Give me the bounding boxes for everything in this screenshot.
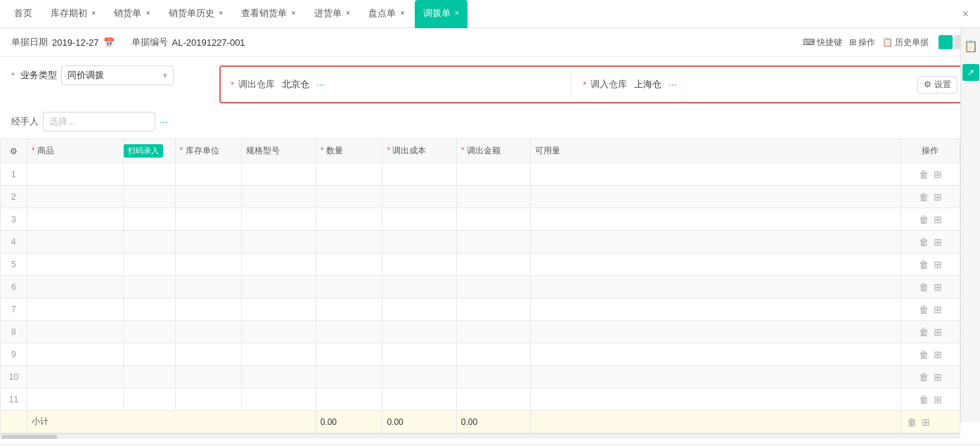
- spec-cell-2[interactable]: [242, 186, 316, 208]
- amount-cell-9[interactable]: [456, 343, 530, 366]
- qty-cell-11[interactable]: [316, 388, 382, 411]
- spec-cell-8[interactable]: [242, 321, 316, 343]
- unit-cell-6[interactable]: [175, 276, 242, 298]
- delete-icon-8[interactable]: 🗑: [919, 326, 929, 338]
- cost-cell-9[interactable]: [382, 343, 456, 366]
- product-cell-5[interactable]: [27, 253, 123, 276]
- spec-cell-3[interactable]: [242, 208, 316, 231]
- product-cell-6[interactable]: [27, 276, 123, 298]
- delete-icon-6[interactable]: 🗑: [919, 281, 929, 293]
- delete-icon-2[interactable]: 🗑: [919, 191, 929, 203]
- product-cell-11[interactable]: [27, 388, 123, 411]
- cost-cell-7[interactable]: [382, 298, 456, 321]
- subtotal-copy-icon[interactable]: ⊞: [922, 416, 930, 428]
- qty-cell-10[interactable]: [316, 366, 382, 388]
- copy-icon-1[interactable]: ⊞: [934, 169, 942, 180]
- unit-cell-10[interactable]: [175, 366, 242, 388]
- close-view-sales[interactable]: ×: [291, 9, 295, 17]
- spec-cell-5[interactable]: [242, 253, 316, 276]
- copy-icon-8[interactable]: ⊞: [934, 326, 942, 338]
- spec-cell-11[interactable]: [242, 388, 316, 411]
- copy-icon-2[interactable]: ⊞: [934, 191, 942, 203]
- history-button[interactable]: 📋 历史单据: [882, 37, 929, 49]
- amount-cell-10[interactable]: [456, 366, 530, 388]
- copy-icon-4[interactable]: ⊞: [934, 236, 942, 248]
- tab-inventory-init[interactable]: 库存期初 ×: [42, 0, 104, 28]
- close-inventory-init[interactable]: ×: [91, 9, 96, 17]
- delete-icon-9[interactable]: 🗑: [919, 349, 929, 360]
- spec-cell-1[interactable]: [242, 163, 316, 186]
- spec-cell-4[interactable]: [242, 231, 316, 253]
- cost-cell-5[interactable]: [382, 253, 456, 276]
- unit-cell-1[interactable]: [175, 163, 242, 186]
- close-sales-order[interactable]: ×: [146, 9, 150, 17]
- delete-icon-1[interactable]: 🗑: [919, 169, 929, 180]
- unit-cell-8[interactable]: [175, 321, 242, 343]
- qty-cell-8[interactable]: [316, 321, 382, 343]
- qty-cell-1[interactable]: [316, 163, 382, 186]
- unit-cell-7[interactable]: [175, 298, 242, 321]
- transfer-in-more-button[interactable]: ···: [669, 79, 677, 90]
- product-cell-9[interactable]: [27, 343, 123, 366]
- tab-sales-order[interactable]: 销货单 ×: [105, 0, 158, 28]
- product-cell-4[interactable]: [27, 231, 123, 253]
- calendar-icon[interactable]: 📅: [103, 37, 115, 48]
- unit-cell-11[interactable]: [175, 388, 242, 411]
- close-stock-check[interactable]: ×: [400, 9, 404, 17]
- cost-cell-4[interactable]: [382, 231, 456, 253]
- spec-cell-10[interactable]: [242, 366, 316, 388]
- amount-cell-7[interactable]: [456, 298, 530, 321]
- close-purchase-order[interactable]: ×: [346, 9, 350, 17]
- business-type-select[interactable]: 同价调拨 ▾: [61, 65, 174, 85]
- delete-icon-11[interactable]: 🗑: [919, 394, 929, 405]
- cost-cell-3[interactable]: [382, 208, 456, 231]
- settings-button[interactable]: ⚙ 设置: [917, 76, 958, 94]
- unit-cell-9[interactable]: [175, 343, 242, 366]
- qty-cell-5[interactable]: [316, 253, 382, 276]
- unit-cell-3[interactable]: [175, 208, 242, 231]
- cost-cell-11[interactable]: [382, 388, 456, 411]
- scan-barcode-button[interactable]: 扫码录入: [124, 144, 163, 158]
- amount-cell-2[interactable]: [456, 186, 530, 208]
- cost-cell-1[interactable]: [382, 163, 456, 186]
- cost-cell-10[interactable]: [382, 366, 456, 388]
- tab-stock-check[interactable]: 盘点单 ×: [360, 0, 413, 28]
- operator-select[interactable]: 选择...: [43, 112, 155, 132]
- tab-view-sales[interactable]: 查看销货单 ×: [233, 0, 304, 28]
- tab-home[interactable]: 首页: [6, 0, 41, 28]
- cost-cell-6[interactable]: [382, 276, 456, 298]
- view-toggle-list[interactable]: [939, 35, 953, 49]
- product-cell-1[interactable]: [27, 163, 123, 186]
- spec-cell-7[interactable]: [242, 298, 316, 321]
- amount-cell-6[interactable]: [456, 276, 530, 298]
- cost-cell-2[interactable]: [382, 186, 456, 208]
- qty-cell-3[interactable]: [316, 208, 382, 231]
- unit-cell-2[interactable]: [175, 186, 242, 208]
- copy-icon-7[interactable]: ⊞: [934, 304, 942, 315]
- delete-icon-10[interactable]: 🗑: [919, 371, 929, 383]
- product-cell-7[interactable]: [27, 298, 123, 321]
- product-cell-3[interactable]: [27, 208, 123, 231]
- spec-cell-6[interactable]: [242, 276, 316, 298]
- qty-cell-7[interactable]: [316, 298, 382, 321]
- product-cell-10[interactable]: [27, 366, 123, 388]
- scrollbar-thumb[interactable]: [1, 435, 58, 439]
- amount-cell-11[interactable]: [456, 388, 530, 411]
- window-close-button[interactable]: ×: [957, 8, 974, 20]
- unit-cell-5[interactable]: [175, 253, 242, 276]
- amount-cell-3[interactable]: [456, 208, 530, 231]
- delete-icon-7[interactable]: 🗑: [919, 304, 929, 315]
- amount-cell-5[interactable]: [456, 253, 530, 276]
- transfer-out-more-button[interactable]: ···: [316, 79, 325, 90]
- operations-button[interactable]: ⊞ 操作: [849, 37, 875, 49]
- delete-icon-3[interactable]: 🗑: [919, 214, 929, 225]
- delete-icon-4[interactable]: 🗑: [919, 236, 929, 248]
- copy-icon-6[interactable]: ⊞: [934, 281, 942, 293]
- horizontal-scrollbar[interactable]: [0, 433, 960, 439]
- qty-cell-6[interactable]: [316, 276, 382, 298]
- tab-transfer-order[interactable]: 调拨单 ×: [415, 0, 468, 28]
- tab-purchase-order[interactable]: 进货单 ×: [306, 0, 359, 28]
- copy-icon-9[interactable]: ⊞: [934, 349, 942, 360]
- amount-cell-4[interactable]: [456, 231, 530, 253]
- cost-cell-8[interactable]: [382, 321, 456, 343]
